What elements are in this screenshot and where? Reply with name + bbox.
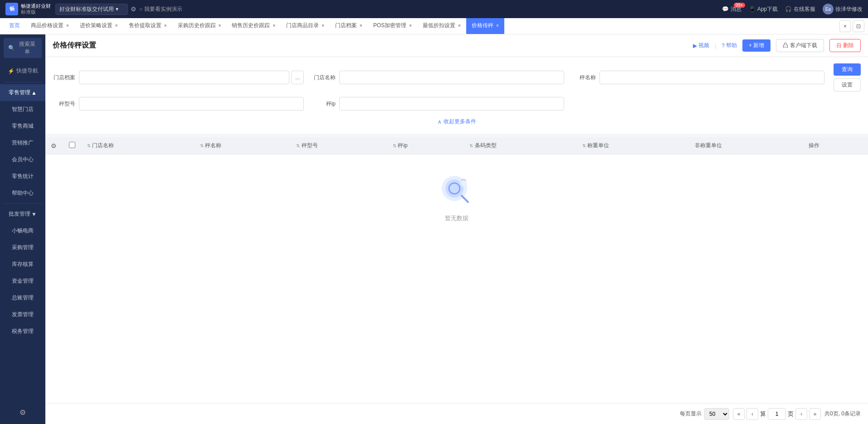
sidebar-item-finance[interactable]: 资金管理 <box>0 273 45 289</box>
tab-pos-manage[interactable]: POS加密管理 × <box>368 18 417 34</box>
sidebar-item-inventory[interactable]: 库存核算 <box>0 256 45 273</box>
delete-button[interactable]: 自 删除 <box>829 39 861 52</box>
tab-close-purchase-history[interactable]: × <box>219 23 221 28</box>
tab-price-scale[interactable]: 价格传秤 × <box>466 18 504 34</box>
next-page-button[interactable]: › <box>795 408 807 420</box>
tab-home[interactable]: 首页 <box>4 18 25 34</box>
sort-weight-unit-icon[interactable]: ⇅ <box>582 143 586 148</box>
settings-config-button[interactable]: 设置 <box>834 78 861 92</box>
sidebar-item-tax[interactable]: 税务管理 <box>0 323 45 340</box>
table-header-row: ⚙ ⇅ 门店名称 ⇅ 秤名称 <box>45 137 868 154</box>
query-button[interactable]: 查询 <box>834 63 861 76</box>
prev-page-button[interactable]: ‹ <box>746 408 758 420</box>
sidebar-item-purchase-manage[interactable]: 采购管理 <box>0 239 45 256</box>
tab-min-discount[interactable]: 最低折扣设置 × <box>417 18 466 34</box>
table-container: ⚙ ⇅ 门店名称 ⇅ 秤名称 <box>45 137 868 403</box>
avatar: Ea <box>823 4 834 14</box>
demo-link[interactable]: ○ 我要看实例演示 <box>139 5 182 13</box>
form-group-scale-model: 秤型号 <box>53 97 304 111</box>
tab-store-archive[interactable]: 门店档案 × <box>330 18 368 34</box>
empty-state: 暂无数据 <box>45 154 868 241</box>
collapse-row: ∧ 收起更多条件 <box>53 116 861 127</box>
tab-close-price-setting[interactable]: × <box>66 23 69 28</box>
sidebar-divider2 <box>4 203 42 204</box>
store-archive-label: 门店档案 <box>53 74 75 82</box>
tab-purchase-history[interactable]: 采购历史价跟踪 × <box>172 18 227 34</box>
page-unit: 页 <box>788 410 794 418</box>
tab-close-sale-price[interactable]: × <box>164 23 167 28</box>
page-header: 价格传秤设置 ▶ 视频 | ? 帮助 + 新增 凸 客户端下载 自 <box>45 34 868 57</box>
tab-close-price-scale[interactable]: × <box>496 23 499 28</box>
message-button[interactable]: 💬 消息 99+ <box>722 5 741 13</box>
sidebar-item-smart-store[interactable]: 智慧门店 <box>0 101 45 118</box>
tab-purchase-strategy[interactable]: 进价策略设置 × <box>74 18 123 34</box>
content-area: 价格传秤设置 ▶ 视频 | ? 帮助 + 新增 凸 客户端下载 自 <box>45 34 868 424</box>
sidebar-item-wholesale-manage[interactable]: 批发管理 ▼ <box>0 206 45 222</box>
store-archive-input-group: ... <box>79 71 304 84</box>
pagination-nav: « ‹ 算 页 › » <box>733 408 821 420</box>
column-scale-model: ⇅ 秤型号 <box>291 137 387 154</box>
form-row-2: 秤型号 秤ip <box>53 97 861 111</box>
last-icon: » <box>814 411 817 417</box>
table-settings-icon[interactable]: ⚙ <box>51 142 57 149</box>
search-menu-button[interactable]: 🔍 搜索菜单 <box>4 38 42 58</box>
scale-ip-input[interactable] <box>339 97 564 111</box>
form-group-store-archive: 门店档案 ... <box>53 71 304 84</box>
store-archive-ellipsis-button[interactable]: ... <box>291 71 304 84</box>
store-name-input[interactable] <box>339 71 564 84</box>
arrow-up-icon: ▲ <box>31 90 37 96</box>
tab-bar-end: × ⊡ <box>839 20 864 32</box>
tab-close-pos-manage[interactable]: × <box>409 23 412 28</box>
sort-scale-name-icon[interactable]: ⇅ <box>200 143 204 148</box>
sidebar-item-help-center[interactable]: 帮助中心 <box>0 185 45 202</box>
sidebar-item-general-ledger[interactable]: 总账管理 <box>0 289 45 306</box>
sidebar-item-ecommerce[interactable]: 小畅电商 <box>0 222 45 239</box>
download-button[interactable]: 凸 客户端下载 <box>776 39 824 52</box>
app-download-button[interactable]: 📱 App下载 <box>749 5 778 13</box>
module-selector[interactable]: 好业财标准版交付试用 ▾ <box>55 4 128 15</box>
sort-barcode-type-icon[interactable]: ⇅ <box>469 143 473 148</box>
help-link[interactable]: ? 帮助 <box>722 42 737 49</box>
add-button[interactable]: + 新增 <box>742 39 770 52</box>
tab-sale-history[interactable]: 销售历史价跟踪 × <box>226 18 281 34</box>
last-page-button[interactable]: » <box>809 408 821 420</box>
tab-price-setting[interactable]: 商品价格设置 × <box>25 18 74 34</box>
tab-sale-price[interactable]: 售价提取设置 × <box>123 18 172 34</box>
sidebar-item-retail-mall[interactable]: 零售商城 <box>0 118 45 135</box>
sidebar-item-member-center[interactable]: 会员中心 <box>0 151 45 168</box>
sidebar-item-retail-manage[interactable]: 零售管理 ▲ <box>0 84 45 101</box>
sort-scale-model-icon[interactable]: ⇅ <box>296 143 300 148</box>
user-menu[interactable]: Ea 徐泽华修改 <box>823 4 863 14</box>
online-service-button[interactable]: 🎧 在线客服 <box>785 5 815 13</box>
sort-scale-ip-icon[interactable]: ⇅ <box>393 143 396 148</box>
tab-close-store-catalog[interactable]: × <box>322 23 324 28</box>
column-non-weight-unit: 非称重单位 <box>689 137 803 154</box>
page-input[interactable] <box>768 408 786 420</box>
scale-model-input[interactable] <box>79 97 304 111</box>
scale-name-input[interactable] <box>600 71 824 84</box>
tab-close-min-discount[interactable]: × <box>458 23 461 28</box>
tab-expand[interactable]: ⊡ <box>853 20 864 32</box>
video-link[interactable]: ▶ 视频 <box>693 42 709 49</box>
tab-store-catalog[interactable]: 门店商品目录 × <box>281 18 330 34</box>
tab-close-all[interactable]: × <box>839 20 851 32</box>
sidebar-item-marketing[interactable]: 营销推广 <box>0 135 45 151</box>
store-archive-input[interactable] <box>79 71 289 84</box>
first-page-button[interactable]: « <box>733 408 745 420</box>
sidebar-item-invoice[interactable]: 发票管理 <box>0 306 45 323</box>
form-row-1: 门店档案 ... 门店名称 秤名称 查询 <box>53 63 861 92</box>
per-page-select[interactable]: 10 20 50 100 <box>704 408 729 420</box>
select-all-checkbox[interactable] <box>69 142 75 148</box>
tab-close-store-archive[interactable]: × <box>360 23 362 28</box>
sidebar-item-quicknav[interactable]: ⚡ 快捷导航 <box>0 63 45 78</box>
module-settings-icon[interactable]: ⚙ <box>131 5 137 13</box>
column-operation: 操作 <box>803 137 868 154</box>
tab-close-sale-history[interactable]: × <box>273 23 275 28</box>
sidebar-settings-button[interactable]: ⚙ <box>4 405 42 420</box>
tab-close-purchase-strategy[interactable]: × <box>115 23 118 28</box>
sort-store-name-icon[interactable]: ⇅ <box>87 143 91 148</box>
top-bar-right: 💬 消息 99+ 📱 App下载 🎧 在线客服 Ea 徐泽华修改 <box>722 4 863 14</box>
prev-icon: ‹ <box>751 411 753 417</box>
collapse-button[interactable]: ∧ 收起更多条件 <box>432 116 482 127</box>
sidebar-item-retail-stats[interactable]: 零售统计 <box>0 168 45 185</box>
